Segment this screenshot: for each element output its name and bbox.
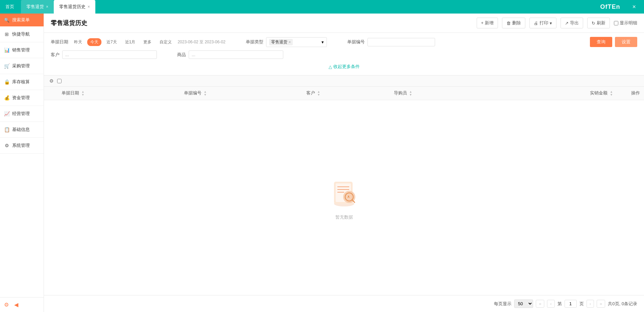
- collapse-sidebar-icon[interactable]: ◀: [14, 302, 18, 308]
- export-button[interactable]: ↗ 导出: [560, 18, 583, 28]
- sidebar-item-quick-nav[interactable]: ⊞ 快捷导航: [0, 26, 44, 42]
- th-amount[interactable]: 实销金额 ▲▼: [495, 87, 617, 100]
- delete-button[interactable]: 🗑 删除: [502, 18, 525, 28]
- page-size-select[interactable]: 20 50 100: [514, 299, 533, 308]
- finance-icon: 💰: [4, 95, 9, 101]
- page-number-input[interactable]: [565, 300, 577, 308]
- sidebar-item-label: 资金管理: [12, 95, 30, 101]
- basic-info-icon: 📋: [4, 127, 9, 132]
- refresh-button[interactable]: ↻ 刷新: [587, 18, 610, 28]
- sidebar-bottom: ⚙ ◀: [0, 297, 44, 312]
- tab-retail-return-label: 零售退货: [26, 4, 44, 10]
- sidebar-item-system-mgmt[interactable]: ⚙ 系统管理: [0, 138, 44, 154]
- type-filter-tag: 零售退货 ×: [269, 39, 293, 45]
- sidebar-item-label: 经营管理: [12, 111, 30, 117]
- sidebar-item-label: 基础信息: [12, 127, 30, 133]
- svg-point-9: [348, 196, 349, 197]
- print-button[interactable]: 🖨 打印 ▾: [529, 18, 556, 28]
- date-btn-today[interactable]: 今天: [87, 38, 101, 46]
- tab-bar: 首页 零售退货 × 零售退货历史 ×: [0, 0, 595, 14]
- goods-placeholder: ...: [192, 52, 195, 57]
- empty-icon: [327, 175, 361, 209]
- number-filter-label: 单据编号: [347, 39, 365, 45]
- sidebar-item-label: 销售管理: [12, 47, 30, 53]
- collapse-arrow-icon: △: [329, 64, 332, 69]
- date-range-display: 2023-06-02 至 2023-06-02: [177, 39, 225, 45]
- brand-logo: OfTEn: [595, 3, 625, 10]
- last-page-button[interactable]: »: [597, 300, 605, 308]
- setting-button[interactable]: 设置: [615, 37, 637, 47]
- customer-filter: 客户 ...: [51, 50, 157, 59]
- sidebar-item-basic-info[interactable]: 📋 基础信息: [0, 122, 44, 138]
- filter-action-buttons: 查询 设置: [590, 37, 637, 47]
- sidebar-item-label: 系统管理: [12, 142, 30, 149]
- sidebar-item-label: 采购管理: [12, 63, 30, 69]
- sidebar-item-finance[interactable]: 💰 资金管理: [0, 90, 44, 106]
- date-btn-custom[interactable]: 自定义: [157, 38, 175, 46]
- filter-area: 单据日期 昨天 今天 近7天 近1月 更多 自定义 2023-06-02 至 2…: [44, 33, 644, 75]
- select-all-checkbox[interactable]: [57, 79, 62, 83]
- goods-filter-label: 商品: [177, 52, 186, 58]
- prev-page-button[interactable]: ‹: [547, 300, 554, 308]
- sidebar-item-label: 快捷导航: [12, 31, 30, 37]
- goods-filter: 商品 ...: [177, 50, 283, 59]
- date-btn-1month[interactable]: 近1月: [122, 38, 139, 46]
- topbar-right: OfTEn ×: [595, 3, 644, 10]
- query-button[interactable]: 查询: [590, 37, 612, 47]
- sidebar-item-inventory[interactable]: 🔒 库存核算: [0, 74, 44, 90]
- table-settings-icon[interactable]: ⚙: [49, 78, 54, 84]
- delete-icon: 🗑: [506, 21, 511, 26]
- sidebar-search-label: 搜索菜单: [12, 17, 30, 23]
- collapse-filter-button[interactable]: △ 收起更多条件: [51, 62, 637, 71]
- date-btn-more[interactable]: 更多: [140, 38, 154, 46]
- tab-retail-return-close[interactable]: ×: [46, 4, 48, 9]
- sort-arrows-date: ▲▼: [81, 90, 85, 96]
- date-btn-7days[interactable]: 近7天: [103, 38, 120, 46]
- type-filter-select[interactable]: 零售退货 × ▾: [266, 37, 327, 47]
- th-date[interactable]: 单据日期 ▲▼: [57, 87, 180, 100]
- table-header: 单据日期 ▲▼ 单据编号 ▲▼ 客户 ▲▼ 导购员: [44, 87, 644, 100]
- next-page-button[interactable]: ›: [587, 300, 594, 308]
- goods-filter-select[interactable]: ...: [189, 50, 283, 59]
- page-title: 零售退货历史: [51, 19, 87, 27]
- sidebar-item-operations[interactable]: 📈 经营管理: [0, 106, 44, 122]
- settings-bottom-icon[interactable]: ⚙: [4, 302, 9, 308]
- show-detail-checkbox-label[interactable]: 显示明细: [614, 20, 637, 26]
- tab-home[interactable]: 首页: [0, 0, 20, 14]
- sidebar-item-purchase-mgmt[interactable]: 🛒 采购管理: [0, 58, 44, 74]
- pagination-summary: 共0页, 0条记录: [608, 301, 637, 307]
- refresh-icon: ↻: [592, 21, 595, 26]
- number-filter-input[interactable]: [367, 38, 435, 46]
- window-close-button[interactable]: ×: [629, 3, 639, 10]
- quick-nav-icon: ⊞: [4, 31, 9, 37]
- th-guide[interactable]: 导购员 ▲▼: [390, 87, 495, 100]
- sidebar-search[interactable]: 🔍 搜索菜单: [0, 14, 44, 26]
- page-label-post: 页: [579, 301, 584, 307]
- type-filter: 单据类型 零售退货 × ▾: [246, 37, 327, 47]
- type-filter-remove[interactable]: ×: [289, 40, 291, 44]
- data-table: 单据日期 ▲▼ 单据编号 ▲▼ 客户 ▲▼ 导购员: [44, 87, 644, 100]
- customer-filter-label: 客户: [51, 52, 59, 58]
- customer-filter-select[interactable]: ...: [62, 50, 157, 59]
- first-page-button[interactable]: «: [536, 300, 544, 308]
- sort-arrows-guide: ▲▼: [409, 90, 412, 96]
- search-icon: 🔍: [4, 18, 9, 23]
- filter-row-2: 客户 ... 商品 ...: [51, 50, 637, 59]
- th-number[interactable]: 单据编号 ▲▼: [180, 87, 302, 100]
- main-layout: 🔍 搜索菜单 ⊞ 快捷导航 📊 销售管理 🛒 采购管理 🔒 库存核算 💰 资金管…: [0, 14, 644, 312]
- sort-arrows-customer: ▲▼: [317, 90, 320, 96]
- date-btn-yesterday[interactable]: 昨天: [71, 38, 85, 46]
- sales-icon: 📊: [4, 47, 9, 53]
- table-toolbar: ⚙: [44, 75, 644, 87]
- tab-retail-return-history[interactable]: 零售退货历史 ×: [54, 0, 95, 14]
- customer-placeholder: ...: [65, 52, 69, 57]
- date-filter-label: 单据日期: [51, 39, 68, 45]
- tab-retail-return-history-label: 零售退货历史: [59, 4, 86, 10]
- th-customer[interactable]: 客户 ▲▼: [302, 87, 390, 100]
- show-detail-checkbox[interactable]: [614, 21, 618, 25]
- export-icon: ↗: [565, 21, 569, 26]
- tab-retail-return[interactable]: 零售退货 ×: [21, 0, 54, 14]
- tab-retail-return-history-close[interactable]: ×: [88, 4, 90, 9]
- new-button[interactable]: + 新增: [477, 18, 498, 28]
- sidebar-item-sales-mgmt[interactable]: 📊 销售管理: [0, 42, 44, 58]
